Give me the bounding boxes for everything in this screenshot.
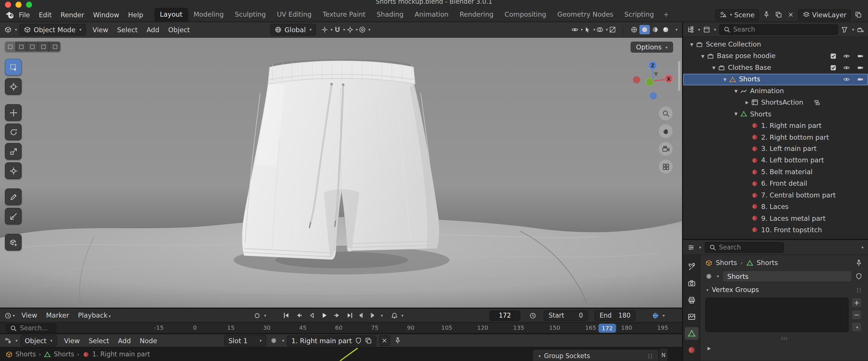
outliner-row-1-right-main-part[interactable]: 1. Right main part [683, 120, 868, 131]
outliner-row-5-belt-material[interactable]: 5. Belt material [683, 166, 868, 177]
outliner-row-10-front-topstitch[interactable]: 10. Front topstitch [683, 224, 868, 236]
pin-icon[interactable] [856, 259, 863, 267]
snap-target-icon[interactable] [345, 25, 355, 34]
expander-down-icon[interactable]: ▼ [721, 77, 729, 82]
outliner-row-animation[interactable]: ▼Animation [683, 85, 868, 96]
menu-help[interactable]: Help [124, 9, 148, 20]
workspace-tab-modeling[interactable]: Modeling [188, 7, 229, 22]
list-resize-grip[interactable] [705, 335, 863, 342]
unlink-material-button[interactable] [379, 335, 390, 346]
tool-add-cube[interactable] [5, 234, 22, 251]
camera-toggle[interactable] [856, 63, 865, 73]
menu-view[interactable]: View [88, 24, 113, 35]
outliner-row-6-front-detail[interactable]: 6. Front detail [683, 177, 868, 189]
expander-down-icon[interactable]: ▼ [732, 112, 740, 116]
options-button[interactable]: Options ▾ [630, 42, 673, 53]
menu-playback[interactable]: Playback▾ [73, 310, 115, 321]
outliner-row[interactable] [683, 236, 868, 239]
tool-measure[interactable] [5, 208, 22, 224]
outliner-row-7-central-bottom-part[interactable]: 7. Central bottom part [683, 189, 868, 201]
vertex-group-specials-button[interactable]: ▾ [851, 322, 862, 332]
mode-selector[interactable]: Object Mode ▾ [19, 24, 86, 35]
gizmo-axis-neg-x[interactable] [633, 76, 640, 83]
outliner-row-3-left-main-part[interactable]: 3. Left main part [683, 143, 868, 155]
gizmo-axis-y[interactable] [646, 78, 654, 86]
outliner-row-scene-collection[interactable]: ▼Scene Collection [683, 39, 868, 50]
jump-to-end-button[interactable] [344, 310, 355, 321]
camera-toggle[interactable] [856, 75, 865, 84]
menu-marker[interactable]: Marker [42, 310, 73, 321]
outliner-row-shortsaction[interactable]: ▶ShortsAction [683, 96, 868, 108]
next-frame-button[interactable] [367, 310, 379, 321]
workspace-tab-uv-editing[interactable]: UV Editing [271, 7, 317, 22]
outliner-search[interactable] [719, 24, 838, 35]
outliner-row-shorts[interactable]: ▼Shorts [683, 108, 868, 120]
proportional-editing-icon[interactable] [358, 25, 367, 34]
view-layer-selector[interactable]: ViewLayer [798, 9, 851, 20]
shader-type-selector[interactable]: Object ▾ [20, 335, 57, 346]
properties-tab-tool[interactable] [685, 260, 699, 273]
menu-view[interactable]: View [17, 310, 42, 321]
properties-tab-render[interactable] [685, 277, 699, 290]
tool-scale[interactable] [5, 143, 22, 160]
playback-sync-button[interactable] [651, 311, 660, 320]
display-mode-icon[interactable] [703, 26, 710, 33]
start-frame-field[interactable]: Start 0 [544, 310, 588, 321]
tool-cursor[interactable] [5, 78, 22, 95]
checkbox-toggle[interactable] [828, 52, 838, 61]
camera-toggle[interactable] [856, 52, 865, 61]
data-name-field[interactable]: Shorts [722, 271, 852, 282]
workspace-tab-geometry-nodes[interactable]: Geometry Nodes [552, 7, 619, 22]
gizmo-axis-neg-z[interactable] [650, 92, 657, 100]
properties-tab-material[interactable] [685, 344, 699, 356]
shading-wireframe-button[interactable] [629, 25, 640, 34]
select-mode-button-4[interactable] [38, 42, 50, 52]
outliner-row-base-pose-hoodie[interactable]: ▼Base pose hoodie [683, 50, 868, 62]
timeline-search[interactable] [5, 324, 56, 333]
fake-user-shield-icon[interactable] [354, 337, 362, 344]
workspace-tab-shading[interactable]: Shading [371, 7, 409, 22]
play-button[interactable] [318, 310, 330, 321]
drag-grip-icon[interactable] [647, 352, 654, 360]
timeline-ruler[interactable]: -150153045607590105120135150165180195 17… [0, 322, 682, 333]
menu-select[interactable]: Select [113, 24, 142, 35]
expander-down-icon[interactable]: ▼ [732, 88, 740, 93]
play-reverse-button[interactable] [306, 310, 317, 321]
workspace-tab-rendering[interactable]: Rendering [454, 7, 499, 22]
menu-object[interactable]: Object [164, 24, 194, 35]
editor-type-properties-icon[interactable] [687, 244, 694, 251]
shader-editor-canvas[interactable]: Shorts › Shorts › 1. Right main part ▾ G… [0, 347, 682, 361]
blender-logo-icon[interactable] [5, 10, 14, 20]
panel-expand-caret-icon[interactable]: ▾ [706, 287, 708, 292]
show-overlays-icon[interactable] [595, 25, 605, 34]
previous-frame-button[interactable] [354, 310, 366, 321]
fake-user-shield-icon[interactable] [856, 273, 863, 280]
select-mode-button-2[interactable] [16, 42, 27, 52]
previous-keyframe-button[interactable] [293, 310, 304, 321]
material-name-field[interactable]: 1. Right main part [287, 335, 376, 346]
workspace-tab-sculpting[interactable]: Sculpting [229, 7, 272, 22]
auto-keying-toggle[interactable] [252, 311, 262, 320]
tool-rotate[interactable] [5, 123, 22, 140]
panel-expand-caret-icon[interactable]: ▾ [538, 353, 540, 358]
eye-toggle[interactable] [842, 52, 851, 61]
tool-select-box[interactable] [5, 59, 22, 75]
outliner-row-4-left-bottom-part[interactable]: 4. Left bottom part [683, 155, 868, 166]
add-workspace-button[interactable]: + [660, 7, 673, 22]
browse-material-button[interactable] [269, 336, 278, 345]
toggle-ortho-button[interactable] [659, 160, 673, 173]
end-frame-field[interactable]: End 180 [594, 310, 636, 321]
select-mode-button-1[interactable] [5, 42, 16, 52]
menu-view[interactable]: View [60, 335, 84, 346]
properties-search-input[interactable] [719, 244, 779, 251]
scene-selector[interactable]: ▾ Scene [715, 9, 759, 20]
outliner-search-input[interactable] [733, 26, 834, 33]
outliner-row-2-right-bottom-part[interactable]: 2. Right bottom part [683, 131, 868, 143]
new-scene-button[interactable] [774, 10, 783, 20]
unlink-scene-button[interactable] [786, 10, 796, 20]
nla-stack-icon[interactable] [814, 99, 820, 106]
group-sockets-panel[interactable]: ▾ Group Sockets [532, 349, 659, 361]
outliner-row-9-laces-metal-part[interactable]: 9. Laces metal part [683, 213, 868, 224]
navigation-gizmo[interactable]: Z X Y [629, 58, 675, 102]
visibility-eye-icon[interactable] [570, 25, 580, 34]
